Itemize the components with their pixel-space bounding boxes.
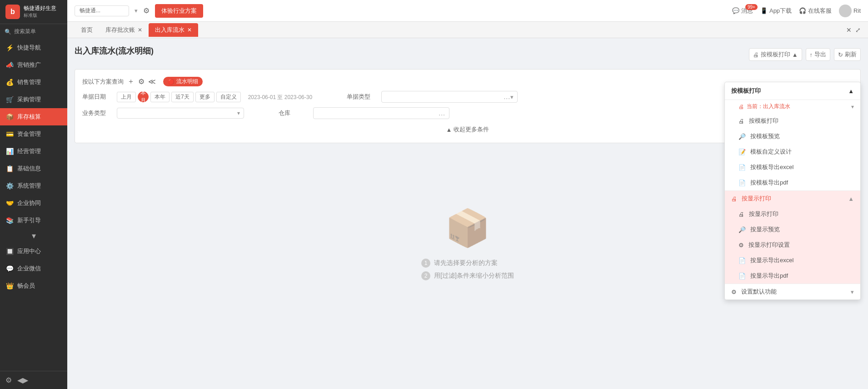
dropdown-display-excel[interactable]: 📄 按显示导出excel <box>725 253 860 268</box>
display-print-icon: 🖨 <box>738 211 744 218</box>
sidebar-item-purchase[interactable]: 🛒 采购管理 <box>0 91 67 108</box>
sidebar-scroll-down[interactable]: ▾ <box>0 229 67 243</box>
template-preview-icon: 🔎 <box>738 133 746 140</box>
sidebar-item-operation[interactable]: 📊 经营管理 <box>0 143 67 160</box>
avatar <box>839 5 852 17</box>
dropdown-display-section[interactable]: 🖨 按显示打印 ▲ <box>725 191 860 206</box>
date-label: 单据日期 <box>82 93 110 101</box>
doc-type-label: 单据类型 <box>347 93 374 101</box>
sidebar-footer: ⚙ ◀▶ <box>0 371 67 389</box>
dropdown-display-print[interactable]: 🖨 按显示打印 <box>725 206 860 222</box>
empty-step-1: 1 请先选择要分析的方案 <box>421 259 514 268</box>
dropdown-display-pdf[interactable]: 📄 按显示导出pdf <box>725 268 860 284</box>
filter-settings-icon[interactable]: ⚙ <box>138 77 145 86</box>
sidebar-item-vip[interactable]: 👑 畅会员 <box>0 277 67 294</box>
refresh-label: 刷新 <box>845 50 857 59</box>
topbar-search-input[interactable] <box>75 5 129 16</box>
quick-nav-icon: ⚡ <box>5 44 14 52</box>
sidebar-item-label: 企业协同 <box>17 199 41 207</box>
dropdown-display-print-settings[interactable]: ⚙ 按显示打印设置 <box>725 237 860 253</box>
dropdown-template-preview[interactable]: 🔎 按模板预览 <box>725 129 860 144</box>
doc-type-arrow: ▾ <box>510 94 514 100</box>
biz-type-arrow: ▾ <box>237 110 240 116</box>
tab-batch-label: 库存批次账 <box>105 26 135 34</box>
dropdown-template-pdf[interactable]: 📄 按模板导出pdf <box>725 175 860 190</box>
sidebar-item-apps[interactable]: 🔲 应用中心 <box>0 243 67 260</box>
message-icon: 💬 <box>732 7 739 14</box>
topbar-dropdown-arrow[interactable]: ▾ <box>135 7 138 14</box>
sidebar-item-sales[interactable]: 💰 销售管理 <box>0 74 67 91</box>
sidebar-item-guide[interactable]: 📚 新手引导 <box>0 212 67 229</box>
biz-type-select[interactable]: ▾ <box>117 108 244 119</box>
sidebar-item-collab[interactable]: 🤝 企业协同 <box>0 194 67 212</box>
dropdown-template-print[interactable]: 🖨 按模板打印 <box>725 113 860 129</box>
tabbar: 首页 库存批次账 ✕ 出入库流水 ✕ ✕ ⤢ <box>67 22 868 38</box>
doc-type-select[interactable]: ... ▾ <box>381 91 518 103</box>
tab-flow-close[interactable]: ✕ <box>187 27 192 33</box>
footer-settings-icon[interactable]: ⚙ <box>5 376 12 384</box>
sidebar-item-finance[interactable]: 💳 资金管理 <box>0 125 67 143</box>
chevron-up-icon: ▲ <box>792 51 798 58</box>
print-template-btn[interactable]: 🖨 按模板打印 ▲ <box>749 48 802 61</box>
tab-in-out-flow[interactable]: 出入库流水 ✕ <box>149 23 198 37</box>
topbar-right: 💬 消息 99+ 📱 App下载 🎧 在线客服 Rit <box>732 5 861 17</box>
inventory-icon: 📦 <box>5 113 14 121</box>
tab-batch-account[interactable]: 库存批次账 ✕ <box>99 23 149 37</box>
warehouse-dots[interactable]: ... <box>439 110 445 117</box>
date-7days-btn[interactable]: 近7天 <box>171 92 194 102</box>
template-print-label: 按模板打印 <box>749 117 778 125</box>
printer-icon: 🖨 <box>753 51 759 58</box>
dropdown-template-excel[interactable]: 📄 按模板导出excel <box>725 160 860 175</box>
doc-type-dots[interactable]: ... <box>504 93 510 100</box>
topbar-gear-icon[interactable]: ⚙ <box>143 6 150 15</box>
export-icon: ↑ <box>810 51 813 58</box>
sidebar-item-basic[interactable]: 📋 基础信息 <box>0 160 67 177</box>
refresh-btn[interactable]: ↻ 刷新 <box>834 48 861 61</box>
operation-icon: 📊 <box>5 147 14 155</box>
date-last-month-btn[interactable]: 上月 <box>117 92 136 102</box>
date-more-btn[interactable]: 更多 <box>195 92 215 102</box>
display-preview-icon: 🔎 <box>738 226 746 233</box>
sidebar-item-label: 资金管理 <box>17 130 41 138</box>
footer-toggle-icon[interactable]: ◀▶ <box>17 376 28 384</box>
export-btn[interactable]: ↑ 导出 <box>806 48 831 61</box>
message-btn[interactable]: 💬 消息 99+ <box>732 7 753 15</box>
sidebar-item-inventory[interactable]: 📦 库存核算 <box>0 108 67 125</box>
close-window-icon[interactable]: ✕ <box>846 26 852 34</box>
add-filter-btn[interactable]: ＋ <box>127 77 135 86</box>
dropdown-display-preview[interactable]: 🔎 按显示预览 <box>725 222 860 237</box>
page-title: 出入库流水(流水明细) <box>75 45 154 56</box>
sidebar-search[interactable]: 🔍 搜索菜单 <box>0 24 67 39</box>
display-section-icon: 🖨 <box>731 195 737 202</box>
online-service-btn[interactable]: 🎧 在线客服 <box>799 7 832 15</box>
filter-tag[interactable]: 🔴 流水明细 <box>163 77 203 86</box>
sidebar-item-system[interactable]: ⚙️ 系统管理 <box>0 177 67 194</box>
date-current-month-btn[interactable]: 本月 <box>138 91 149 102</box>
maximize-icon[interactable]: ⤢ <box>855 26 861 34</box>
dropdown-default-func[interactable]: ⚙ 设置默认功能 ▾ <box>725 284 860 299</box>
trial-btn[interactable]: 体验行业方案 <box>155 4 203 18</box>
template-pdf-label: 按模板导出pdf <box>750 179 788 187</box>
sidebar-nav: ⚡ 快捷导航 📣 营销推广 💰 销售管理 🛒 采购管理 📦 库存核算 💳 资金管… <box>0 39 67 371</box>
sidebar-item-wechat[interactable]: 💬 企业微信 <box>0 260 67 277</box>
user-avatar-btn[interactable]: Rit <box>839 5 861 17</box>
tab-home[interactable]: 首页 <box>75 23 99 37</box>
app-download-btn[interactable]: 📱 App下载 <box>760 7 792 15</box>
tab-batch-close[interactable]: ✕ <box>138 27 142 33</box>
current-label: 当前：出入库流水 <box>747 103 790 110</box>
filter-label: 按以下方案查询 <box>82 78 124 86</box>
current-arrow: ▾ <box>851 104 854 110</box>
refresh-icon: ↻ <box>838 51 843 58</box>
filter-collapse-icon[interactable]: ≪ <box>148 77 156 86</box>
sidebar-item-quick-nav[interactable]: ⚡ 快捷导航 <box>0 39 67 56</box>
sidebar: b 畅捷通好生意 标准版 🔍 搜索菜单 ⚡ 快捷导航 📣 营销推广 💰 销售管理… <box>0 0 67 389</box>
warehouse-select[interactable]: ... <box>313 107 449 119</box>
sidebar-item-marketing[interactable]: 📣 营销推广 <box>0 56 67 74</box>
empty-icon: 📦 <box>445 207 490 249</box>
warehouse-label: 仓库 <box>279 109 306 117</box>
date-custom-btn[interactable]: 自定义 <box>216 92 241 102</box>
chevron-up-icon[interactable]: ▲ <box>848 88 854 95</box>
date-current-year-btn[interactable]: 本年 <box>150 92 170 102</box>
dropdown-template-custom[interactable]: 📝 模板自定义设计 <box>725 144 860 160</box>
sidebar-item-label: 企业微信 <box>17 264 41 273</box>
